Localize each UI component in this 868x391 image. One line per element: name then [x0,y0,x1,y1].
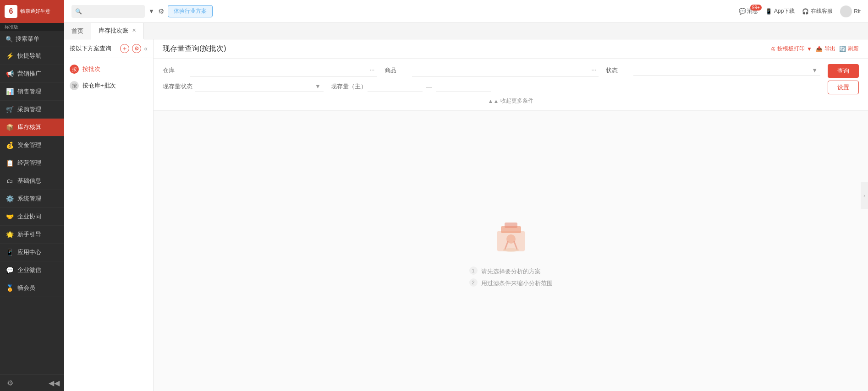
sidebar-item-finance[interactable]: 💰 资金管理 [0,136,64,154]
sidebar-item-label: 基础信息 [17,177,41,185]
topbar-user[interactable]: Rit [840,5,861,17]
scheme-header-actions: + ⚙ « [120,44,148,53]
user-avatar [840,5,852,17]
step-num-1: 1 [469,266,478,275]
scheme-collapse-btn[interactable]: « [144,45,148,52]
topbar-right: 💬 消息 99+ 📱 App下载 🎧 在线客服 Rit [739,5,861,17]
topbar-search-bar[interactable]: 🔍 [71,5,145,18]
topbar-dropdown-btn[interactable]: ▼ [148,8,154,15]
filter-section-row: 仓库 ··· 商品 ··· [163,64,859,94]
sidebar-item-sales[interactable]: 📊 销售管理 [0,83,64,101]
sidebar-item-inventory[interactable]: 📦 库存核算 [0,119,64,136]
filter-collapse-btn[interactable]: ▲▲ 收起更多条件 [163,94,859,105]
scheme-icon-batch: 按 [70,65,79,74]
sidebar-item-purchase[interactable]: 🛒 采购管理 [0,101,64,119]
scheme-header: 按以下方案查询 + ⚙ « [64,39,153,58]
print-dropdown-icon: ▼ [807,46,812,52]
scheme-settings-btn[interactable]: ⚙ [132,44,141,53]
tab-close-btn[interactable]: ✕ [132,27,136,33]
stock-status-dropdown-icon: ▼ [315,83,321,90]
print-btn[interactable]: 🖨 按模板打印 ▼ [770,45,812,53]
product-more-icon[interactable]: ··· [591,66,596,74]
topbar-app[interactable]: 📱 App下载 [765,7,795,15]
sidebar-footer: ⚙ ◀◀ [0,374,64,391]
empty-steps: 1 请先选择要分析的方案 2 用过滤条件来缩小分析范围 [469,266,553,289]
sidebar-settings-btn[interactable]: ⚙ [5,378,15,387]
sidebar-item-label: 营销推广 [17,70,41,78]
stock-status-select[interactable]: ▼ [195,81,324,92]
collapse-label: 收起更多条件 [500,97,533,105]
refresh-btn[interactable]: 🔄 刷新 [839,45,859,53]
empty-illustration [488,212,534,258]
sidebar-item-label: 新手引导 [17,230,41,239]
filter-row-1: 仓库 ··· 商品 ··· [163,64,820,76]
sidebar-header: 6 畅康通好生意 [0,0,64,23]
service-icon: 🎧 [802,8,809,15]
warehouse-select[interactable]: ··· [190,64,377,76]
sidebar-item-label: 企业协同 [17,212,41,221]
sidebar-item-marketing[interactable]: 📢 营销推广 [0,65,64,83]
data-area: 1 请先选择要分析的方案 2 用过滤条件来缩小分析范围 [154,111,868,391]
product-label: 商品 [385,66,412,75]
sidebar-item-label: 畅会员 [17,284,35,292]
sidebar-item-enterprise[interactable]: 🤝 企业协同 [0,208,64,226]
tab-home-label: 首页 [71,27,83,35]
topbar-service[interactable]: 🎧 在线客服 [802,7,833,15]
topbar-msg[interactable]: 💬 消息 99+ [739,7,758,15]
empty-step-1: 1 请先选择要分析的方案 [469,266,553,277]
svg-point-6 [503,248,519,252]
sidebar-item-system[interactable]: ⚙️ 系统管理 [0,190,64,208]
right-panel-collapse-btn[interactable]: › [861,182,868,209]
user-name: Rit [854,8,861,15]
print-icon: 🖨 [770,46,775,52]
scheme-item-label: 按仓库+批次 [82,81,116,90]
tab-home[interactable]: 首页 [64,23,91,39]
finance-icon: 💰 [5,141,14,149]
filter-btns: 查询 设置 [820,64,859,94]
sidebar-item-newuser[interactable]: 🌟 新手引导 [0,226,64,244]
sidebar-item-operation[interactable]: 📋 经营管理 [0,154,64,172]
filter-row-2: 现存量状态 ▼ 现存量（主） — [163,81,820,92]
tabs-bar: 首页 库存批次账 ✕ [64,23,868,39]
sidebar-item-member[interactable]: 🏅 畅会员 [0,279,64,297]
scheme-item-warehouse-batch[interactable]: 按 按仓库+批次 [64,77,153,94]
sidebar-item-quick-nav[interactable]: ⚡ 快捷导航 [0,47,64,65]
empty-step-2: 2 用过滤条件来缩小分析范围 [469,277,553,289]
filter-status: 状态 ▼ [606,65,820,76]
step-1-text: 请先选择要分析的方案 [481,266,541,277]
app-download-icon: 📱 [765,8,772,15]
sidebar-item-label: 经营管理 [17,159,41,167]
inventory-icon: 📦 [5,123,14,131]
sidebar-item-basic[interactable]: 🗂 基础信息 [0,172,64,190]
stock-qty-dash: — [426,83,432,90]
status-select[interactable]: ▼ [633,65,820,76]
step-2-text: 用过滤条件来缩小分析范围 [481,277,553,289]
settings-btn[interactable]: 设置 [828,81,859,94]
tab-batch-account[interactable]: 库存批次账 ✕ [91,23,144,39]
scheme-add-btn[interactable]: + [120,44,129,53]
warehouse-label: 仓库 [163,66,190,75]
query-btn[interactable]: 查询 [828,64,859,78]
quick-nav-icon: ⚡ [5,52,14,60]
filter-stock-status: 现存量状态 ▼ [163,81,324,92]
topbar-gear-btn[interactable]: ⚙ [158,7,164,16]
export-btn[interactable]: 📤 导出 [816,45,835,53]
app-logo: 6 [5,5,17,18]
refresh-label: 刷新 [848,45,859,53]
scheme-panel: 按以下方案查询 + ⚙ « 按 按批次 按 按仓库+批次 [64,39,154,391]
sidebar-item-apps[interactable]: 📱 应用中心 [0,244,64,261]
stock-qty-from-input[interactable] [368,81,423,92]
sidebar-item-wechat[interactable]: 💬 企业微信 [0,261,64,279]
msg-icon: 💬 [739,8,746,15]
industry-btn[interactable]: 体验行业方案 [168,5,213,17]
scheme-item-batch[interactable]: 按 按批次 [64,61,153,77]
filter-stock-qty: 现存量（主） — [331,81,653,92]
warehouse-more-icon[interactable]: ··· [369,66,374,74]
sidebar-collapse-btn[interactable]: ◀◀ [49,378,59,387]
stock-qty-to-input[interactable] [436,81,491,92]
search-icon: 🔍 [5,36,13,43]
print-label: 按模板打印 [777,45,805,53]
product-select[interactable]: ··· [412,64,599,76]
sidebar-item-label: 库存核算 [17,123,41,131]
sidebar-search[interactable]: 🔍 搜索菜单 [0,31,64,47]
